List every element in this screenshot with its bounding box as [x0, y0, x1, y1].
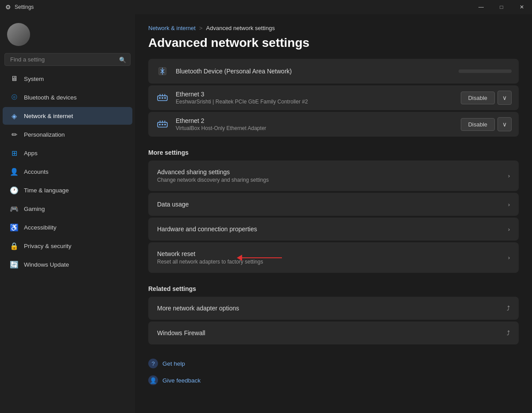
accessibility-icon: ♿: [10, 223, 19, 232]
network-reset-title: Network reset: [157, 250, 508, 257]
ethernet2-expand-button[interactable]: ∨: [497, 117, 512, 131]
more-network-options-title: More network adapter options: [157, 305, 507, 312]
give-feedback-link[interactable]: 👤 Give feedback: [148, 374, 519, 387]
breadcrumb-separator: >: [199, 25, 203, 31]
close-button[interactable]: ✕: [512, 0, 532, 14]
ethernet2-disable-button[interactable]: Disable: [461, 118, 495, 131]
accounts-icon: 👤: [10, 167, 19, 176]
sidebar-search-container: 🔍: [4, 53, 131, 66]
ethernet2-desc: VirtualBox Host-Only Ethernet Adapter: [176, 125, 455, 131]
data-usage-row[interactable]: Data usage ›: [148, 193, 519, 216]
search-input[interactable]: [4, 53, 131, 66]
network-reset-row[interactable]: Network reset Reset all network adapters…: [148, 242, 519, 273]
hardware-props-title: Hardware and connection properties: [157, 226, 508, 233]
sidebar-item-bluetooth[interactable]: ⦾ Bluetooth & devices: [3, 88, 132, 106]
give-feedback-icon: 👤: [148, 375, 158, 385]
sidebar-item-accessibility[interactable]: ♿ Accessibility: [3, 218, 132, 236]
ethernet3-name: Ethernet 3: [176, 91, 455, 98]
sidebar-item-update[interactable]: 🔄 Windows Update: [3, 256, 132, 273]
sidebar-item-label: Accessibility: [24, 224, 57, 231]
bluetooth-adapter-icon: [155, 64, 170, 78]
data-usage-title: Data usage: [157, 201, 508, 208]
settings-icon: ⚙: [5, 4, 11, 11]
bluetooth-adapter-name: Bluetooth Device (Personal Area Network): [176, 68, 452, 75]
related-settings-header: Related settings: [148, 275, 519, 297]
sidebar-item-label: Apps: [24, 150, 38, 157]
windows-firewall-content: Windows Firewall: [157, 329, 507, 337]
titlebar-left: ⚙ Settings: [5, 4, 34, 11]
breadcrumb-parent[interactable]: Network & internet: [148, 25, 196, 31]
svg-rect-7: [162, 124, 163, 125]
bluetooth-icon: ⦾: [10, 93, 19, 102]
sidebar: 🔍 🖥 System ⦾ Bluetooth & devices ◈ Netwo…: [0, 14, 135, 413]
sidebar-item-network[interactable]: ◈ Network & internet: [3, 107, 132, 125]
bluetooth-toggle-area: [459, 69, 512, 73]
sidebar-item-apps[interactable]: ⊞ Apps: [3, 144, 132, 162]
give-feedback-label: Give feedback: [162, 377, 200, 384]
sidebar-item-personalization[interactable]: ✏ Personalization: [3, 126, 132, 143]
ethernet2-row: Ethernet 2 VirtualBox Host-Only Ethernet…: [148, 112, 519, 137]
titlebar: ⚙ Settings — □ ✕: [0, 0, 532, 14]
sidebar-item-label: Windows Update: [24, 261, 69, 268]
ethernet3-expand-button[interactable]: ∨: [497, 91, 512, 105]
time-icon: 🕐: [10, 186, 19, 195]
advanced-sharing-row[interactable]: Advanced sharing settings Change network…: [148, 161, 519, 191]
ethernet3-icon: [155, 91, 170, 105]
sidebar-item-accounts[interactable]: 👤 Accounts: [3, 163, 132, 180]
maximize-button[interactable]: □: [491, 0, 512, 14]
data-usage-chevron: ›: [508, 201, 510, 208]
sidebar-item-gaming[interactable]: 🎮 Gaming: [3, 200, 132, 218]
page-title: Advanced network settings: [148, 36, 519, 59]
ethernet3-desc: EeshwarSrishti | Realtek PCIe GbE Family…: [176, 99, 455, 105]
system-icon: 🖥: [10, 74, 19, 83]
ethernet2-info: Ethernet 2 VirtualBox Host-Only Ethernet…: [176, 117, 455, 131]
ethernet2-icon: [155, 117, 170, 131]
svg-rect-4: [164, 97, 166, 99]
get-help-link[interactable]: ? Get help: [148, 357, 519, 370]
sidebar-item-label: Time & language: [24, 187, 69, 194]
main-content: Network & internet > Advanced network se…: [135, 14, 532, 413]
more-settings-header: More settings: [148, 138, 519, 161]
sidebar-item-label: Accounts: [24, 168, 49, 175]
sidebar-item-label: Gaming: [24, 206, 45, 212]
titlebar-title: Settings: [15, 4, 34, 10]
sidebar-item-label: System: [24, 76, 44, 82]
windows-firewall-row[interactable]: Windows Firewall ⤴: [148, 321, 519, 344]
network-reset-desc: Reset all network adapters to factory se…: [157, 259, 508, 265]
search-icon: 🔍: [119, 56, 126, 63]
privacy-icon: 🔒: [10, 241, 19, 250]
more-network-options-content: More network adapter options: [157, 305, 507, 312]
ethernet3-row: Ethernet 3 EeshwarSrishti | Realtek PCIe…: [148, 85, 519, 110]
network-reset-container: Network reset Reset all network adapters…: [148, 242, 519, 273]
footer-links: ? Get help 👤 Give feedback: [148, 346, 519, 391]
hardware-props-row[interactable]: Hardware and connection properties ›: [148, 218, 519, 241]
advanced-sharing-chevron: ›: [508, 172, 510, 179]
get-help-icon: ?: [148, 359, 158, 368]
minimize-button[interactable]: —: [471, 0, 491, 14]
ethernet3-actions: Disable ∨: [461, 91, 512, 105]
hardware-props-chevron: ›: [508, 226, 510, 233]
breadcrumb: Network & internet > Advanced network se…: [148, 14, 519, 36]
ethernet3-info: Ethernet 3 EeshwarSrishti | Realtek PCIe…: [176, 91, 455, 105]
ethernet2-name: Ethernet 2: [176, 117, 455, 124]
ethernet3-disable-button[interactable]: Disable: [461, 92, 495, 104]
sidebar-item-time[interactable]: 🕐 Time & language: [3, 181, 132, 199]
data-usage-content: Data usage: [157, 201, 508, 208]
breadcrumb-current: Advanced network settings: [206, 25, 275, 31]
sidebar-item-system[interactable]: 🖥 System: [3, 70, 132, 88]
bluetooth-adapter-info: Bluetooth Device (Personal Area Network): [176, 68, 452, 75]
more-network-options-row[interactable]: More network adapter options ⤴: [148, 297, 519, 320]
advanced-sharing-title: Advanced sharing settings: [157, 168, 508, 176]
sidebar-item-label: Personalization: [24, 131, 65, 138]
network-reset-content: Network reset Reset all network adapters…: [157, 250, 508, 265]
app-body: 🔍 🖥 System ⦾ Bluetooth & devices ◈ Netwo…: [0, 14, 532, 413]
windows-firewall-title: Windows Firewall: [157, 329, 507, 337]
sidebar-item-privacy[interactable]: 🔒 Privacy & security: [3, 237, 132, 255]
sidebar-item-label: Bluetooth & devices: [24, 94, 77, 101]
svg-rect-8: [164, 124, 166, 125]
advanced-sharing-desc: Change network discovery and sharing set…: [157, 177, 508, 183]
apps-icon: ⊞: [10, 149, 19, 157]
sidebar-item-label: Privacy & security: [24, 243, 71, 249]
bluetooth-adapter-row: Bluetooth Device (Personal Area Network): [148, 59, 519, 84]
svg-rect-3: [162, 97, 163, 99]
